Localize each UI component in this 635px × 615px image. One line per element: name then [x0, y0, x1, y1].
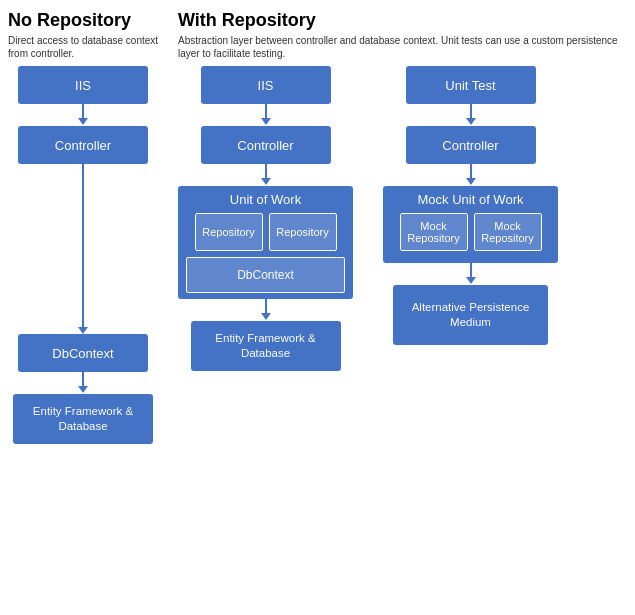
right-bottom-box: Alternative Persistence Medium	[393, 285, 548, 345]
mock-uow-box: Mock Unit of Work Mock Repository Mock R…	[383, 186, 558, 263]
left-controller-label: Controller	[55, 138, 111, 153]
right-arrow-2	[466, 164, 476, 186]
middle-arrow-1	[261, 104, 271, 126]
no-repo-header: No Repository Direct access to database …	[8, 10, 168, 60]
right-controller-label: Controller	[442, 138, 498, 153]
middle-controller-label: Controller	[237, 138, 293, 153]
left-column: IIS Controller DbContext Entity	[8, 66, 158, 605]
middle-arrow-2	[261, 164, 271, 186]
left-iis-box: IIS	[18, 66, 148, 104]
mock-repo1: Mock Repository	[400, 213, 468, 251]
left-controller-box: Controller	[18, 126, 148, 164]
middle-column: IIS Controller Unit of Work Repos	[168, 66, 363, 605]
mock-repo2: Mock Repository	[474, 213, 542, 251]
right-bottom-label: Alternative Persistence Medium	[397, 300, 544, 330]
uow-dbcontext: DbContext	[186, 257, 345, 293]
no-repo-desc: Direct access to database context from c…	[8, 34, 168, 60]
right-unittest-label: Unit Test	[445, 78, 495, 93]
uow-title: Unit of Work	[186, 192, 345, 207]
uow-box: Unit of Work Repository Repository DbCon…	[178, 186, 353, 299]
left-dbcontext-box: DbContext	[18, 334, 148, 372]
left-bottom-box: Entity Framework & Database	[13, 394, 153, 444]
right-column: Unit Test Controller Mock Unit of Work	[373, 66, 568, 605]
with-repo-header: With Repository Abstraction layer betwee…	[178, 10, 627, 60]
uow-repo1: Repository	[195, 213, 263, 251]
left-bottom-label: Entity Framework & Database	[17, 404, 149, 434]
no-repo-title: No Repository	[8, 10, 168, 31]
diagram: IIS Controller DbContext Entity	[8, 66, 627, 605]
middle-arrow-3	[261, 299, 271, 321]
mock-repos-row: Mock Repository Mock Repository	[391, 213, 550, 251]
mock-uow-title: Mock Unit of Work	[391, 192, 550, 207]
left-dbcontext-label: DbContext	[52, 346, 113, 361]
header: No Repository Direct access to database …	[8, 10, 627, 60]
arrow-2	[78, 372, 88, 394]
middle-controller-box: Controller	[201, 126, 331, 164]
page: No Repository Direct access to database …	[0, 0, 635, 615]
right-controller-box: Controller	[406, 126, 536, 164]
right-arrow-1	[466, 104, 476, 126]
left-iis-label: IIS	[75, 78, 91, 93]
middle-bottom-box: Entity Framework & Database	[191, 321, 341, 371]
with-repo-desc: Abstraction layer between controller and…	[178, 34, 627, 60]
with-repo-title: With Repository	[178, 10, 627, 31]
middle-iis-label: IIS	[258, 78, 274, 93]
arrow-1	[78, 104, 88, 126]
uow-repo2: Repository	[269, 213, 337, 251]
right-arrow-3	[466, 263, 476, 285]
right-unittest-box: Unit Test	[406, 66, 536, 104]
uow-repos-row: Repository Repository	[186, 213, 345, 251]
left-long-arrow	[78, 164, 88, 334]
middle-iis-box: IIS	[201, 66, 331, 104]
middle-bottom-label: Entity Framework & Database	[195, 331, 337, 361]
